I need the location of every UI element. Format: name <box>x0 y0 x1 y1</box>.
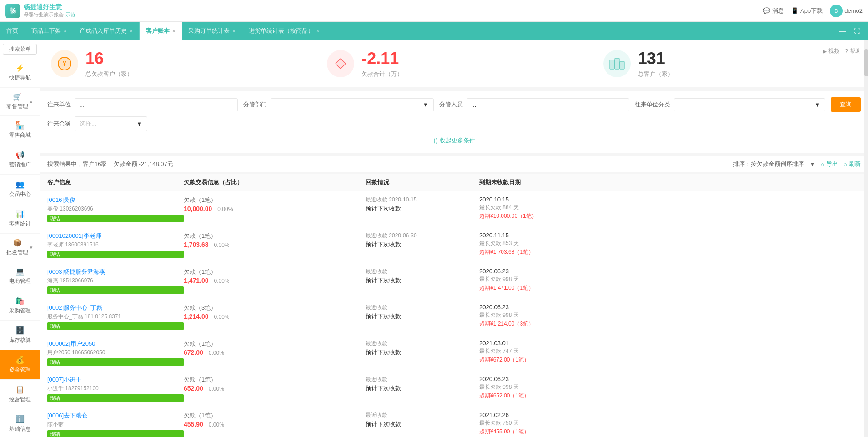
debt-amount[interactable]: 1,214.00 <box>184 313 209 320</box>
tab-product-listing[interactable]: 商品上下架 × <box>25 22 73 40</box>
customer-phone: 小进千 18279152100 <box>47 385 184 392</box>
table-row: [000002]用户2050 用户2050 18665062050 现结 欠款（… <box>40 335 868 371</box>
top-right: 💬 消息 📱 App下载 D demo2 <box>763 5 863 17</box>
department-select[interactable]: ▼ <box>271 98 434 111</box>
partner-input[interactable]: ... <box>75 98 238 111</box>
customer-tag: 现结 <box>47 215 184 222</box>
sidebar-item-finance[interactable]: 💰 资金管理 <box>0 350 40 380</box>
customer-name[interactable]: [0007]小进千 <box>47 376 184 384</box>
debt-amount[interactable]: 652.00 <box>184 385 203 392</box>
sidebar-item-quick-nav[interactable]: ⚡ 快捷导航 <box>0 58 40 88</box>
sidebar-item-ecommerce[interactable]: 💻 电商管理 <box>0 261 40 291</box>
overdue-link[interactable]: 超期¥1,471.00（1笔） <box>479 284 861 292</box>
sidebar-item-inventory[interactable]: 🗄️ 库存核算 <box>0 321 40 350</box>
overdue-link[interactable]: 超期¥1,214.00（3笔） <box>479 320 861 328</box>
app-download-btn[interactable]: 📱 App下载 <box>791 7 823 15</box>
video-btn[interactable]: ▶ 视频 <box>823 47 839 55</box>
tab-home[interactable]: 首页 <box>0 22 25 40</box>
close-icon[interactable]: × <box>172 28 175 34</box>
export-btn[interactable]: ○ 导出 <box>821 160 838 168</box>
category-select[interactable]: ▼ <box>674 98 825 111</box>
tab-collapse-btn[interactable]: — <box>837 25 848 36</box>
sidebar-item-basic-info[interactable]: ℹ️ 基础信息 <box>0 409 40 437</box>
sidebar-item-operations[interactable]: 📋 经营管理 <box>0 380 40 409</box>
collection-cell: 最近收款 预计下次收款 <box>366 268 479 294</box>
help-btn[interactable]: ? 帮助 <box>845 47 861 55</box>
overdue-link[interactable]: 超期¥455.90（1笔） <box>479 428 861 436</box>
brand-tag: 示范 <box>65 11 75 18</box>
last-collection: 最近收款 <box>366 304 479 311</box>
user-name: demo2 <box>844 7 863 14</box>
purchase-icon: 🛍️ <box>2 296 38 305</box>
overdue-link[interactable]: 超期¥1,703.68（1笔） <box>479 248 861 256</box>
table-row-content: [0001020001]李老师 李老师 18600391516 现结 欠款（1笔… <box>40 227 868 263</box>
sidebar-item-marketing[interactable]: 📢 营销推广 <box>0 145 40 175</box>
manager-input[interactable]: ... <box>467 98 630 111</box>
overdue-link[interactable]: 超期¥652.00（1笔） <box>479 392 861 400</box>
tab-production-history[interactable]: 产成品入库单历史 × <box>73 22 139 40</box>
customer-tag: 现结 <box>47 430 184 437</box>
customer-phone: 吴俊 13026203696 <box>47 205 184 213</box>
close-icon[interactable]: × <box>316 28 319 34</box>
collapse-icon: ⟨⟩ <box>433 137 438 144</box>
tab-purchase-order[interactable]: 采购订单统计表 × <box>182 22 242 40</box>
debt-customers-label: 总欠款客户（家） <box>85 70 133 78</box>
customer-name[interactable]: [0002]服务中心_丁磊 <box>47 304 184 312</box>
debt-amount[interactable]: 455.90 <box>184 421 203 428</box>
debt-amount[interactable]: 1,703.68 <box>184 241 209 248</box>
close-icon[interactable]: × <box>130 28 132 34</box>
customer-name[interactable]: [0001020001]李老师 <box>47 232 184 240</box>
tab-expand-btn[interactable]: ⛶ <box>852 25 863 36</box>
message-icon: 💬 <box>763 7 770 14</box>
customer-tag: 现结 <box>47 251 184 258</box>
tab-purchase-stats[interactable]: 进货单统计表（按商品） × <box>242 22 326 40</box>
customer-name[interactable]: [0006]去下粮仓 <box>47 412 184 420</box>
tab-customer-account[interactable]: 客户账本 × <box>140 22 182 40</box>
customer-name[interactable]: [0003]畅捷服务尹海燕 <box>47 268 184 276</box>
overdue-link[interactable]: 超期¥672.00（1笔） <box>479 356 861 364</box>
debt-amount[interactable]: 10,000.00 <box>184 205 212 212</box>
sidebar-item-purchase[interactable]: 🛍️ 采购管理 <box>0 291 40 321</box>
overdue-days: 最长欠款 998 天 <box>479 311 861 319</box>
sidebar-item-member-center[interactable]: 👥 会员中心 <box>0 175 40 204</box>
sidebar-item-label: 资金管理 <box>2 366 38 374</box>
finance-icon: 💰 <box>2 356 38 364</box>
customer-name[interactable]: [000002]用户2050 <box>47 340 184 348</box>
user-avatar-btn[interactable]: D demo2 <box>830 5 863 17</box>
debt-total-icon <box>327 50 354 77</box>
results-bar: 搜索结果中，客户16家 欠款金额 -21,148.07元 排序：按欠款金额倒序排… <box>40 156 868 172</box>
last-collection: 最近收款 2020-10-15 <box>366 196 479 204</box>
total-customers-label: 总客户（家） <box>638 70 673 78</box>
next-collection: 预计下次收款 <box>366 241 479 249</box>
debt-amount[interactable]: 672.00 <box>184 349 203 356</box>
app-download-label: App下载 <box>800 7 823 15</box>
filter-row-1: 往来单位 ... 分管部门 ▼ 分管人员 ... <box>47 97 861 112</box>
tab-purchase-order-label: 采购订单统计表 <box>188 27 230 35</box>
refresh-icon: ○ <box>843 161 847 168</box>
inventory-icon: 🗄️ <box>2 326 38 335</box>
total-customers-icon <box>603 50 631 77</box>
customer-name[interactable]: [0016]吴俊 <box>47 196 184 204</box>
debt-amount[interactable]: 1,471.00 <box>184 277 209 284</box>
sidebar-item-retail-stats[interactable]: 📊 零售统计 <box>0 204 40 234</box>
balance-select[interactable]: 选择... ▼ <box>75 116 147 131</box>
stat-card-total-customers: 131 总客户（家） ▶ 视频 ? 帮助 <box>592 40 868 87</box>
refresh-btn[interactable]: ○ 刷新 <box>843 160 861 168</box>
scrollbar-thumb[interactable] <box>864 49 868 76</box>
close-icon[interactable]: × <box>232 28 235 34</box>
last-collection: 最近收款 <box>366 268 479 276</box>
close-icon[interactable]: × <box>64 28 66 34</box>
stat-card-actions: ▶ 视频 ? 帮助 <box>823 47 861 55</box>
overdue-link[interactable]: 超期¥10,000.00（1笔） <box>479 212 861 220</box>
sidebar-item-wholesale[interactable]: 📦 批发管理 ▼ <box>0 234 40 261</box>
scrollbar-track[interactable] <box>864 40 868 437</box>
sidebar-item-retail-mgmt[interactable]: 🛒 零售管理 ▲ <box>0 88 40 116</box>
filter-balance: 往来余额 选择... ▼ <box>47 116 861 131</box>
collection-cell: 最近收款 预计下次收款 <box>366 412 479 437</box>
sidebar-item-retail-mall[interactable]: 🏪 零售商城 <box>0 116 40 145</box>
message-btn[interactable]: 💬 消息 <box>763 7 784 15</box>
search-button[interactable]: 查询 <box>831 97 861 112</box>
collapse-btn[interactable]: ⟨⟩ 收起更多条件 <box>433 135 475 146</box>
search-input[interactable] <box>3 44 37 55</box>
next-collection: 预计下次收款 <box>366 205 479 213</box>
